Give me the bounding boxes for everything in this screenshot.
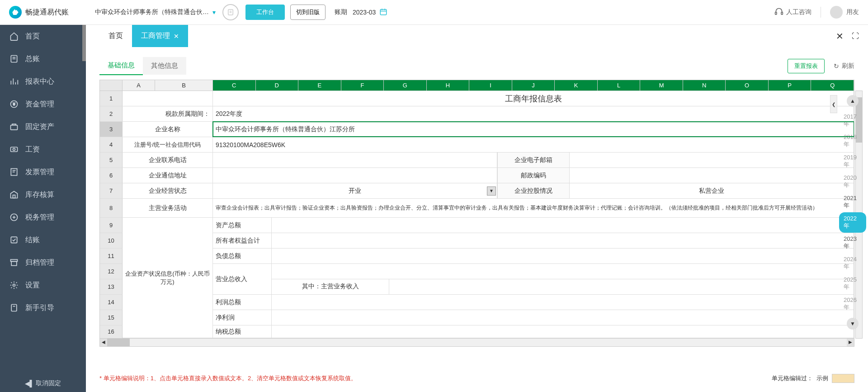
sidebar-item-tax[interactable]: 税务管理 [0, 206, 86, 229]
row-header[interactable]: 15 [100, 310, 123, 325]
cell-label[interactable]: 企业经营状态 [123, 183, 213, 198]
cell-label[interactable]: 企业名称 [123, 122, 213, 137]
period-value[interactable]: 2023-03 [353, 9, 376, 16]
year-2019年[interactable]: 2019年 [839, 151, 866, 172]
sub-tab-other[interactable]: 其他信息 [143, 57, 186, 75]
year-2023年[interactable]: 2023年 [839, 233, 866, 253]
corner-cell[interactable] [100, 80, 123, 91]
cell-value[interactable] [272, 295, 854, 310]
sidebar-scrollbar[interactable] [82, 25, 86, 61]
calendar-icon[interactable] [379, 8, 387, 17]
cell-label[interactable]: 主营业务活动 [123, 199, 213, 217]
horizontal-scrollbar[interactable]: ◀ ▶ [99, 339, 854, 347]
cell-value[interactable] [213, 153, 497, 167]
row-header[interactable]: 7 [100, 183, 123, 198]
row-header[interactable]: 6 [100, 168, 123, 183]
fullscreen-icon[interactable]: ⛶ [852, 32, 859, 40]
cell-selected[interactable]: 中审众环会计师事务所（特殊普通合伙）江苏分所 [213, 122, 854, 137]
dropdown-icon[interactable]: ▼ [487, 186, 496, 196]
col-header-I[interactable]: I [469, 80, 512, 91]
col-header-E[interactable]: E [298, 80, 341, 91]
sidebar-item-ledger[interactable]: 总账 [0, 48, 86, 70]
year-down-icon[interactable]: ▼ [847, 318, 859, 330]
old-version-button[interactable]: 切到旧版 [290, 5, 326, 20]
cell-value[interactable]: 2022年度 [213, 106, 854, 121]
collapse-rail-icon[interactable]: ❮ [830, 95, 837, 113]
year-2021年[interactable]: 2021年 [839, 192, 866, 212]
scroll-thumb[interactable] [107, 339, 130, 346]
row-header[interactable]: 14 [100, 295, 123, 310]
row-header[interactable]: 9 [100, 218, 123, 233]
cell-label[interactable]: 纳税总额 [213, 325, 272, 338]
sidebar-item-salary[interactable]: 工资 [0, 138, 86, 161]
cell-value[interactable] [570, 168, 854, 183]
col-header-J[interactable]: J [512, 80, 555, 91]
company-selector[interactable]: 中审众环会计师事务所（特殊普通合伙… ▾ [95, 8, 216, 16]
row-header[interactable]: 4 [100, 137, 123, 152]
cell-label[interactable]: 企业通信地址 [123, 168, 213, 183]
cell-label[interactable]: 注册号/统一社会信用代码 [123, 137, 213, 152]
cell-label[interactable]: 营业总收入 [213, 264, 272, 295]
cell-sublabel[interactable]: 邮政编码 [497, 168, 570, 183]
cell-value[interactable] [272, 264, 854, 279]
sidebar-item-invoice[interactable]: 发票管理 [0, 161, 86, 183]
cell-label[interactable]: 所有者权益合计 [213, 233, 272, 248]
col-header-O[interactable]: O [726, 80, 769, 91]
row-header[interactable]: 5 [100, 153, 123, 167]
cell[interactable] [123, 91, 213, 106]
row-header[interactable]: 10 [100, 233, 123, 249]
merged-label[interactable]: 企业资产状况信息(币种：人民币万元) [123, 218, 213, 338]
cell-value[interactable] [570, 153, 854, 167]
cell-label[interactable]: 净利润 [213, 310, 272, 325]
sidebar-item-inventory[interactable]: 库存核算 [0, 183, 86, 206]
col-header-B[interactable]: B [155, 80, 213, 91]
sub-tab-basic[interactable]: 基础信息 [99, 57, 143, 75]
sidebar-item-guide[interactable]: 新手引导 [0, 296, 86, 319]
year-up-icon[interactable]: ▲ [847, 95, 859, 107]
cell-value[interactable]: 91320100MA208E5W6K [213, 137, 854, 152]
sidebar-unpin[interactable]: ◀▌ 取消固定 [0, 375, 86, 392]
year-2020年[interactable]: 2020年 [839, 172, 866, 192]
row-header[interactable]: 13 [100, 279, 123, 295]
row-header[interactable]: 16 [100, 325, 123, 338]
consult-button[interactable]: 人工咨询 [774, 7, 811, 18]
scroll-right-icon[interactable]: ▶ [847, 339, 854, 346]
year-2024年[interactable]: 2024年 [839, 253, 866, 273]
cell-value[interactable] [389, 279, 854, 295]
col-header-K[interactable]: K [555, 80, 598, 91]
col-header-Q[interactable]: Q [811, 80, 854, 91]
cell-value[interactable] [213, 168, 497, 183]
row-header[interactable]: 1 [100, 91, 123, 106]
cell-value[interactable]: 审查企业会计报表；出具审计报告；验证企业资本；出具验资报告；办理企业合开、分立、… [213, 199, 854, 217]
cell-sublabel[interactable]: 企业控股情况 [497, 183, 570, 198]
year-2022年[interactable]: 2022年 [839, 212, 866, 233]
col-header-M[interactable]: M [640, 80, 683, 91]
cell-value[interactable] [272, 249, 854, 263]
cell-sublabel[interactable]: 其中：主营业务收入 [272, 279, 389, 295]
close-all-icon[interactable]: ✕ [833, 28, 846, 44]
col-header-F[interactable]: F [341, 80, 384, 91]
col-header-G[interactable]: G [384, 80, 427, 91]
user-menu[interactable]: 用友 [830, 6, 859, 19]
col-header-C[interactable]: C [213, 80, 256, 91]
workbench-button[interactable]: 工作台 [245, 5, 285, 20]
cell-value[interactable] [272, 233, 854, 248]
cell-sublabel[interactable]: 企业电子邮箱 [497, 153, 570, 167]
cell-value[interactable] [272, 310, 854, 325]
cell-value[interactable] [272, 325, 854, 338]
col-header-N[interactable]: N [683, 80, 726, 91]
round-action-icon[interactable] [222, 4, 239, 20]
sidebar-item-close[interactable]: 结账 [0, 229, 86, 251]
cell-label[interactable]: 税款所属期间： [123, 106, 213, 121]
sidebar-item-report[interactable]: 报表中心 [0, 70, 86, 93]
cell-label[interactable]: 负债总额 [213, 249, 272, 263]
sidebar-item-settings[interactable]: 设置 [0, 274, 86, 296]
year-2026年[interactable]: 2026年 [839, 294, 866, 314]
row-header[interactable]: 11 [100, 249, 123, 264]
sidebar-item-archive[interactable]: 归档管理 [0, 251, 86, 274]
close-icon[interactable]: ✕ [174, 33, 179, 40]
reset-report-button[interactable]: 重置报表 [788, 59, 825, 73]
cell-label[interactable]: 利润总额 [213, 295, 272, 310]
col-header-D[interactable]: D [256, 80, 299, 91]
col-header-H[interactable]: H [427, 80, 470, 91]
